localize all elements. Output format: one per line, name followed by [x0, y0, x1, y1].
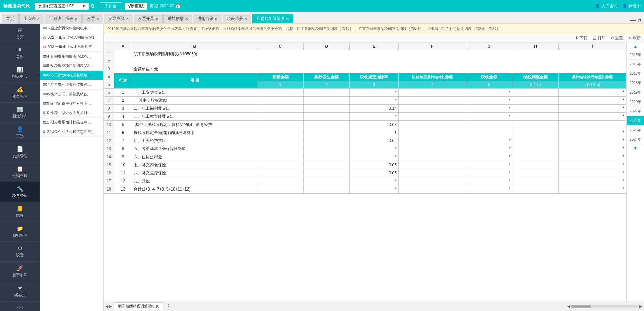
window-minimize-icon[interactable]: — — [630, 17, 636, 23]
year-2019[interactable]: 2019年 — [627, 88, 644, 97]
tab-close-purchase-ledger[interactable]: ✕ — [215, 17, 217, 21]
tab-close-payroll-stats[interactable]: ✕ — [75, 17, 77, 21]
row-3-num: 3 — [104, 65, 114, 73]
sidebar-item-vip[interactable]: ★ 畅会员 — [0, 281, 40, 301]
tab-purchase-verify[interactable]: 进销稽核 ✕ — [163, 14, 192, 23]
report-item-009[interactable]: 009-企业所得税弥补亏损明... — [40, 99, 103, 108]
year-2021[interactable]: 2021年 — [627, 107, 644, 116]
spreadsheet-container[interactable]: A B C D E F G H I — [104, 43, 626, 301]
archive-icon: 📁 — [16, 225, 23, 232]
sidebar-item-ledger[interactable]: ≡ 总账 — [0, 43, 40, 63]
year-2016[interactable]: 2016年 — [627, 60, 644, 69]
year-2015[interactable]: 2015年 — [627, 50, 644, 60]
tab-payroll-stats[interactable]: 工资统计报表 ✕ — [45, 14, 82, 23]
year-2020[interactable]: 2020年 — [627, 97, 644, 107]
year-scroll-up[interactable]: ▲ — [632, 43, 639, 50]
company-selector[interactable]: (勿删) 江西股宝-LSS ▼ — [35, 3, 89, 10]
tab-payroll[interactable]: 工资表 ✕ — [19, 14, 44, 23]
print-label: 打印 — [598, 35, 606, 41]
sidebar-label-vip: 畅会员 — [14, 292, 26, 298]
col-header-E: E — [349, 43, 398, 50]
sidebar-item-guide[interactable]: 🚀 新手引导 — [0, 262, 40, 281]
sheet-prev-icon[interactable]: ◀ — [105, 304, 108, 309]
sidebar-item-settings[interactable]: ⚙ 设置 — [0, 242, 40, 262]
report-item-008[interactable]: 008-资产折旧、摊销及纳税... — [40, 90, 103, 99]
scroll-right-icon[interactable]: ▶ — [639, 304, 642, 309]
oldversion-button[interactable]: 切到旧版 — [125, 3, 147, 10]
sidebar-item-payroll[interactable]: 👤 工资 — [0, 123, 40, 142]
tab-invoice[interactable]: 发票 ✕ — [82, 14, 103, 23]
report-item-003[interactable]: ⊙ 003-一般企业成本支出明细... — [40, 42, 103, 52]
report-item-006-label: 006-职工薪酬纳税调整明细... — [43, 73, 91, 78]
sidebar-label-home: 首页 — [16, 35, 24, 40]
tab-close-payroll[interactable]: ✕ — [37, 17, 40, 21]
tab-close-invoice-open[interactable]: ✕ — [156, 17, 158, 21]
sheet-options-icon[interactable]: ⋮ — [166, 303, 171, 309]
horizontal-scrollbar[interactable]: ◀ ▶ — [567, 304, 642, 309]
report-item-001[interactable]: 001-企业所得税年度纳税申... — [40, 24, 103, 33]
sidebar-item-purchase[interactable]: 📋 进销台账 — [0, 162, 40, 182]
reset-btn[interactable]: ↺ 重置 — [611, 35, 623, 41]
sidebar-item-assets[interactable]: 🏢 固定资产 — [0, 103, 40, 123]
sidebar-item-closing[interactable]: 📒 结账 — [0, 202, 40, 222]
report-item-007-label: 007-广告费和业务宣传费跨... — [43, 82, 91, 87]
support-btn[interactable]: 👤 人工咨询 — [595, 3, 617, 9]
report-item-011[interactable]: 011-研发费用加计扣除优惠... — [40, 118, 103, 127]
tax-icon: 🔧 — [16, 185, 23, 192]
window-maximize-icon[interactable]: ⧉ — [638, 17, 641, 23]
col-header-H: H — [512, 43, 558, 50]
refresh-btn[interactable]: ↻ 刷新 — [628, 35, 641, 41]
report-item-007[interactable]: 007-广告费和业务宣传费跨... — [40, 80, 103, 90]
sidebar-item-reports[interactable]: 📊 报表中心 — [0, 63, 40, 83]
tab-close-invoice[interactable]: ✕ — [96, 17, 99, 21]
print-btn[interactable]: 🖨 打印 — [592, 35, 606, 41]
report-item-006[interactable]: 006-职工薪酬纳税调整明细... — [40, 71, 103, 80]
sidebar-item-home[interactable]: ⊞ 首页 — [0, 24, 40, 43]
sidebar-item-funds[interactable]: 💰 资金管理 — [0, 83, 40, 103]
tab-invoice-calc[interactable]: 发票测算 ✕ — [104, 14, 133, 23]
tab-purchase-ledger[interactable]: 进销台账 ✕ — [193, 14, 222, 23]
scroll-left-icon[interactable]: ◀ — [567, 304, 570, 309]
year-2017[interactable]: 2017年 — [627, 69, 644, 78]
sheet-tab-label: 职工薪酬纳税调整明细表 — [118, 304, 159, 308]
user-avatar[interactable]: 👤 徐溢华 — [622, 3, 641, 9]
year-2023[interactable]: 2023年 — [627, 126, 644, 135]
tab-close-invoice-calc[interactable]: ✕ — [126, 17, 129, 21]
tab-invoice-open[interactable]: 发票开具 ✕ — [134, 14, 163, 23]
data-row-14: 14 9 六、住房公积金 * * * — [104, 153, 626, 161]
col-header-G: G — [466, 43, 512, 50]
report-item-002[interactable]: ⊙ 002-一般企业收入明细表(A1... — [40, 33, 103, 42]
year-2018[interactable]: 2018年 — [627, 78, 644, 88]
tab-close-tax-list[interactable]: ✕ — [244, 17, 247, 21]
sidebar-item-invoice-mgmt[interactable]: 📄 发票管理 — [0, 142, 40, 162]
tab-home[interactable]: 首页 — [2, 14, 19, 23]
sheet-next-icon[interactable]: ▶ — [109, 304, 112, 309]
year-2022[interactable]: 2022年 — [627, 116, 644, 126]
unpin-icon: ◁◁ — [17, 305, 23, 309]
sidebar-item-archive[interactable]: 📁 归档管理 — [0, 222, 40, 242]
tab-close-purchase-verify[interactable]: ✕ — [185, 17, 188, 21]
sidebar-unpin-btn[interactable]: ◁◁ 取消固定 — [0, 302, 40, 311]
tab-income-tax[interactable]: 所得税汇算清缴 ✕ — [252, 14, 293, 23]
data-row-7: 7 2 其中：股权激励 * * * — [104, 96, 626, 104]
period-calendar-icon[interactable]: 📅 — [176, 4, 181, 8]
report-item-005[interactable]: 005-纳税调整项目明细表(A1... — [40, 61, 103, 71]
download-btn[interactable]: ⬇ 下载 — [575, 35, 587, 41]
tab-close-income-tax[interactable]: ✕ — [286, 17, 289, 21]
tab-tax-list[interactable]: 税表清册 ✕ — [223, 14, 251, 23]
company-copy-icon[interactable]: ⧉ — [91, 3, 94, 9]
year-2024[interactable]: 2024年 — [627, 135, 644, 144]
col-d-header: 实际发生金额 — [303, 73, 349, 81]
year-scroll-down[interactable]: ▼ — [632, 144, 639, 152]
sidebar-item-tax[interactable]: 🔧 税务管理 — [0, 182, 40, 202]
guide-icon: 🚀 — [16, 265, 23, 271]
scroll-thumb[interactable] — [571, 305, 591, 308]
report-item-004[interactable]: 004-期间费用明细表(A1040... — [40, 52, 103, 61]
scroll-track[interactable] — [571, 305, 638, 308]
report-item-010[interactable]: 010-免税、减计收入及加计... — [40, 108, 103, 118]
sheet-nav-arrows[interactable]: ◀ ▶ — [105, 304, 112, 309]
workspace-button[interactable]: 工作台 — [100, 2, 122, 10]
report-item-012[interactable]: 012-减免企业所得税优惠明细(... — [40, 127, 103, 137]
sheet-tab-main[interactable]: 职工薪酬纳税调整明细表 — [114, 302, 163, 310]
row-1-num: 1 — [104, 50, 114, 58]
